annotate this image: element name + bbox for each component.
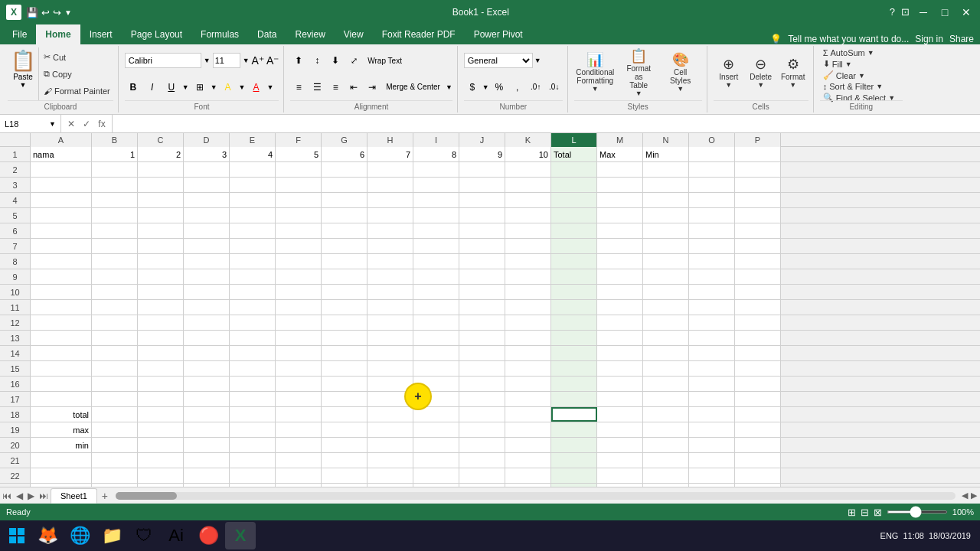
font-name-dropdown-icon[interactable]: ▼ <box>204 57 211 64</box>
cell-j12[interactable] <box>459 315 505 330</box>
fill-color-button[interactable]: A <box>220 79 237 96</box>
cell-j4[interactable] <box>459 193 505 207</box>
col-header-A[interactable]: A <box>31 133 92 147</box>
cell-b20[interactable] <box>92 438 138 452</box>
cell-m8[interactable] <box>597 254 643 269</box>
cell-h1[interactable]: 7 <box>368 147 413 161</box>
format-as-table-button[interactable]: 📋 Format asTable ▼ <box>618 47 660 96</box>
cell-a7[interactable] <box>31 239 92 253</box>
cell-a10[interactable] <box>31 285 92 299</box>
tab-foxit[interactable]: Foxit Reader PDF <box>373 24 465 44</box>
cell-a11[interactable] <box>31 300 92 315</box>
cell-c2[interactable] <box>138 162 184 177</box>
cell-g18[interactable] <box>322 407 368 422</box>
cell-l20[interactable] <box>551 438 597 452</box>
conditional-formatting-button[interactable]: 📊 ConditionalFormatting ▼ <box>574 47 616 96</box>
cell-m21[interactable] <box>597 453 643 468</box>
cell-a18[interactable]: total <box>31 407 92 422</box>
cell-j8[interactable] <box>459 254 505 269</box>
cell-k12[interactable] <box>505 315 551 330</box>
increase-indent-button[interactable]: ⇥ <box>364 79 381 96</box>
cell-P1[interactable] <box>735 147 781 161</box>
sheet-nav-last[interactable]: ⏭ <box>37 491 51 501</box>
align-left-button[interactable]: ≡ <box>290 79 307 96</box>
cell-O2[interactable] <box>689 162 735 177</box>
cell-f2[interactable] <box>276 162 322 177</box>
cell-i5[interactable] <box>413 208 459 223</box>
cut-button[interactable]: ✂ Cut <box>41 50 113 65</box>
cell-P3[interactable] <box>735 178 781 192</box>
cell-n3[interactable] <box>643 178 689 192</box>
tab-review[interactable]: Review <box>286 24 334 44</box>
cell-j23[interactable] <box>459 484 505 487</box>
cell-i23[interactable] <box>413 484 459 487</box>
cell-g7[interactable] <box>322 239 368 253</box>
cell-O21[interactable] <box>689 453 735 468</box>
cell-d21[interactable] <box>184 453 230 468</box>
row-num-15[interactable]: 15 <box>0 361 31 376</box>
cell-f10[interactable] <box>276 285 322 299</box>
cell-c18[interactable] <box>138 407 184 422</box>
cell-c9[interactable] <box>138 269 184 284</box>
taskbar-excel[interactable]: X <box>225 522 256 549</box>
cell-c10[interactable] <box>138 285 184 299</box>
cell-e6[interactable] <box>230 223 276 238</box>
cell-e10[interactable] <box>230 285 276 299</box>
cell-h12[interactable] <box>368 315 413 330</box>
clear-button[interactable]: 🧹 Clear ▼ <box>820 70 898 81</box>
cell-b10[interactable] <box>92 285 138 299</box>
cell-i17[interactable] <box>413 392 459 406</box>
row-num-7[interactable]: 7 <box>0 239 31 253</box>
cell-l22[interactable] <box>551 468 597 483</box>
close-button[interactable]: ✕ <box>959 6 974 18</box>
cell-l6[interactable] <box>551 223 597 238</box>
cell-P22[interactable] <box>735 468 781 483</box>
row-num-12[interactable]: 12 <box>0 315 31 330</box>
cell-O1[interactable] <box>689 147 735 161</box>
cell-n11[interactable] <box>643 300 689 315</box>
cell-P14[interactable] <box>735 346 781 360</box>
cell-k2[interactable] <box>505 162 551 177</box>
cell-O16[interactable] <box>689 377 735 391</box>
percent-button[interactable]: % <box>491 79 508 96</box>
cell-e19[interactable] <box>230 422 276 437</box>
cell-l16[interactable] <box>551 377 597 391</box>
number-format-select[interactable]: General <box>464 53 533 68</box>
cell-styles-button[interactable]: 🎨 CellStyles ▼ <box>662 47 700 96</box>
cell-e11[interactable] <box>230 300 276 315</box>
cell-d16[interactable] <box>184 377 230 391</box>
cell-h2[interactable] <box>368 162 413 177</box>
col-header-C[interactable]: C <box>138 133 184 147</box>
cell-n9[interactable] <box>643 269 689 284</box>
horizontal-scroll-thumb[interactable] <box>116 492 177 500</box>
tell-me-input[interactable]: Tell me what you want to do... <box>788 34 909 44</box>
cell-f6[interactable] <box>276 223 322 238</box>
name-box[interactable]: L18 ▼ <box>0 115 61 132</box>
cell-d19[interactable] <box>184 422 230 437</box>
cell-h15[interactable] <box>368 361 413 376</box>
cell-k6[interactable] <box>505 223 551 238</box>
cell-k16[interactable] <box>505 377 551 391</box>
tab-view[interactable]: View <box>335 24 373 44</box>
cell-f22[interactable] <box>276 468 322 483</box>
cell-l19[interactable] <box>551 422 597 437</box>
cell-e17[interactable] <box>230 392 276 406</box>
cell-m12[interactable] <box>597 315 643 330</box>
cell-f7[interactable] <box>276 239 322 253</box>
cell-e4[interactable] <box>230 193 276 207</box>
formula-confirm-button[interactable]: ✓ <box>80 119 93 129</box>
cell-k13[interactable] <box>505 331 551 345</box>
row-num-2[interactable]: 2 <box>0 162 31 177</box>
taskbar-app3[interactable]: 📁 <box>96 522 127 549</box>
cell-a16[interactable] <box>31 377 92 391</box>
cell-c14[interactable] <box>138 346 184 360</box>
cell-d22[interactable] <box>184 468 230 483</box>
sheet-nav-first[interactable]: ⏮ <box>0 491 14 501</box>
cell-b11[interactable] <box>92 300 138 315</box>
cell-i21[interactable] <box>413 453 459 468</box>
cell-g13[interactable] <box>322 331 368 345</box>
row-num-16[interactable]: 16 <box>0 377 31 391</box>
insert-button[interactable]: ⊕ Insert ▼ <box>714 47 744 96</box>
cell-h7[interactable] <box>368 239 413 253</box>
comma-button[interactable]: , <box>509 79 526 96</box>
